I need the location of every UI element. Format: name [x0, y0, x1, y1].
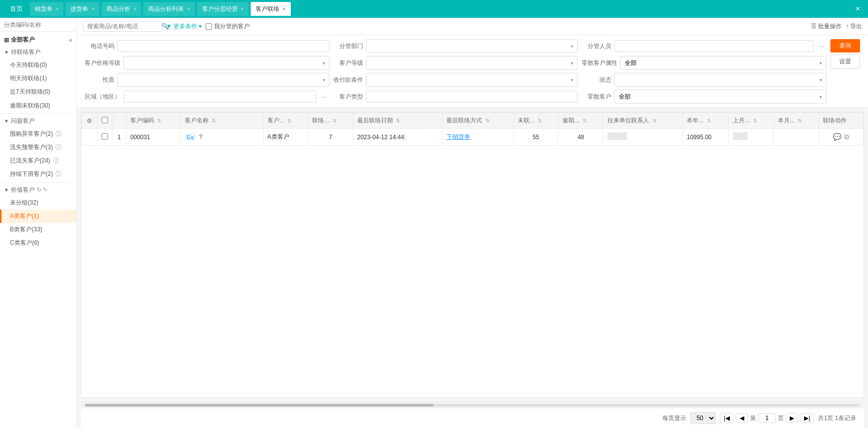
- settings-btn[interactable]: 设置: [830, 54, 860, 69]
- manager-dots[interactable]: ···: [816, 42, 826, 50]
- col-last-month[interactable]: 上月... ⇅: [729, 113, 774, 129]
- retail-attr-select[interactable]: 全部 ▾: [620, 56, 826, 70]
- col-uncontacted[interactable]: 未联... ⇅: [513, 113, 558, 129]
- sidebar-item-overdue[interactable]: 逾期未联络(30): [0, 99, 76, 112]
- filter-my-container: 我分管的客户: [206, 22, 250, 31]
- col-this-year[interactable]: 本年... ⇅: [683, 113, 729, 129]
- sidebar-group-problem[interactable]: ▼ 问题客户: [0, 115, 76, 127]
- cust-grade-select[interactable]: ▾: [366, 56, 578, 70]
- query-btn[interactable]: 查询: [830, 39, 860, 53]
- page-input[interactable]: [758, 413, 776, 423]
- sidebar-item-today[interactable]: 今天待联络(0): [0, 58, 76, 72]
- col-category[interactable]: 客户... ⇅: [263, 113, 308, 129]
- retail-attr-value: 全部: [625, 59, 637, 67]
- nav-tab-customer-contact[interactable]: 客户联络 ×: [251, 2, 290, 16]
- payment-select[interactable]: ▾: [366, 73, 578, 87]
- message-icon-btn[interactable]: 💬: [833, 133, 841, 141]
- h-scrollbar-thumb[interactable]: [85, 404, 434, 407]
- sidebar-group-value[interactable]: ▼ 价值客户 ↻ ✎: [0, 184, 76, 196]
- cust-type-input[interactable]: [366, 91, 578, 103]
- nav-tab-sales-close[interactable]: ×: [55, 6, 58, 12]
- nav-tab-analysis[interactable]: 商品分析 ×: [102, 2, 141, 16]
- nature-select[interactable]: ▾: [117, 73, 329, 87]
- next-page-btn[interactable]: ▶: [786, 413, 798, 423]
- region-input[interactable]: [123, 91, 317, 103]
- nav-tab-customer-contact-close[interactable]: ×: [282, 6, 285, 12]
- sidebar-item-class-a[interactable]: A类客户(1): [0, 210, 76, 223]
- refresh-icon[interactable]: ↻: [37, 186, 42, 193]
- gear-icon[interactable]: ⚙: [87, 117, 92, 124]
- nav-close-all[interactable]: ×: [852, 4, 864, 13]
- col-unit-contact[interactable]: 往来单位联系人 ⇅: [603, 113, 683, 129]
- sidebar-item-hoarding[interactable]: 囤购异常客户(2) ⓘ: [0, 127, 76, 141]
- sidebar-search-input[interactable]: [4, 21, 77, 28]
- first-page-btn[interactable]: |◀: [720, 413, 734, 423]
- sidebar-item-class-c[interactable]: C类客户(6): [0, 236, 76, 250]
- nav-tab-analysis-list-label: 商品分析列表: [148, 5, 184, 13]
- sidebar-group-pending[interactable]: ▼ 待联络客户: [0, 46, 76, 58]
- col-uncontacted-label: 未联...: [518, 117, 535, 124]
- batch-op-btn[interactable]: ☰ 批量操作: [811, 22, 842, 31]
- region-label: 区域（地区）: [85, 93, 120, 101]
- nav-tab-analysis-list[interactable]: 商品分析列表 ×: [143, 2, 195, 16]
- retail-cust-select[interactable]: 全部 ▾: [614, 90, 826, 104]
- problem-arrow-icon: ▼: [4, 118, 9, 124]
- nav-tab-purchase-close[interactable]: ×: [91, 6, 94, 12]
- sidebar-item-tomorrow[interactable]: 明天待联络(1): [0, 72, 76, 85]
- retail-cust-label: 零散客户: [582, 93, 611, 101]
- sidebar-collapse-btn[interactable]: «: [69, 36, 72, 44]
- filter-search-container: 🔍: [83, 21, 162, 32]
- price-grade-select[interactable]: ▾: [123, 56, 329, 70]
- nav-tab-customer-layer[interactable]: 客户分层经营 ×: [197, 2, 249, 16]
- col-contact[interactable]: 联络... ⇅: [308, 113, 353, 129]
- filter-cell-cust-type: 客户类型: [333, 91, 578, 103]
- manager-input[interactable]: [614, 40, 814, 52]
- region-dots[interactable]: ···: [320, 93, 329, 101]
- nav-home[interactable]: 首页: [4, 4, 29, 13]
- last-page-btn[interactable]: ▶|: [800, 413, 814, 423]
- row-checkbox[interactable]: [102, 133, 108, 140]
- col-overdue[interactable]: 逾期... ⇅: [558, 113, 603, 129]
- sidebar-item-class-b[interactable]: B类客户(33): [0, 223, 76, 236]
- select-all-checkbox[interactable]: [102, 117, 108, 123]
- filter-more-btn[interactable]: ▼ 更多条件 ▾: [166, 22, 202, 31]
- nav-tab-analysis-list-close[interactable]: ×: [187, 6, 190, 12]
- sidebar-item-7days[interactable]: 近7天待联络(0): [0, 85, 76, 99]
- status-select[interactable]: ▾: [614, 73, 826, 87]
- col-last-date[interactable]: 最后联络日期 ⇅: [353, 113, 442, 129]
- nav-tab-customer-layer-label: 客户分层经营: [202, 5, 238, 13]
- table-row: 1 000031 Ea ？ A类客户: [82, 129, 864, 146]
- filter-my-label: 我分管的客户: [214, 22, 250, 31]
- nav-tab-analysis-close[interactable]: ×: [133, 6, 136, 12]
- col-last-method[interactable]: 最后联络方式 ⇅: [442, 113, 513, 129]
- retail-attr-arrow: ▾: [819, 60, 822, 66]
- per-page-select[interactable]: 50: [690, 412, 716, 424]
- main-layout: 🔍 ⊞ 全部客户 « ▼ 待联络客户 今天待联络(0) 明天待联络(1) 近7天…: [0, 18, 868, 428]
- export-btn[interactable]: ↑ 导出: [846, 22, 862, 31]
- sidebar-item-lost-label: 已流失客户(24): [10, 157, 50, 164]
- col-overdue-label: 逾期...: [562, 117, 579, 124]
- phone-input[interactable]: [117, 40, 329, 52]
- filter-cell-phone: 电话号码: [85, 40, 329, 52]
- sidebar-item-lost[interactable]: 已流失客户(24) ⓘ: [0, 154, 76, 167]
- sidebar-item-loss-warning[interactable]: 流失预警客户(3) ⓘ: [0, 141, 76, 154]
- col-gear[interactable]: ⚙: [82, 113, 98, 129]
- col-this-month[interactable]: 本月... ⇅: [773, 113, 818, 129]
- col-code[interactable]: 客户编码 ⇅: [126, 113, 181, 129]
- nav-tab-purchase[interactable]: 进货单 ×: [65, 2, 99, 16]
- row-last-method[interactable]: 下销货单: [446, 133, 470, 140]
- filter-search-input[interactable]: [87, 23, 162, 30]
- filter-my-checkbox[interactable]: [206, 23, 212, 30]
- row-gear-cell: [82, 129, 98, 146]
- sidebar-divider-1: [0, 113, 76, 114]
- sidebar-all-customers-label: 全部客户: [11, 36, 35, 44]
- col-name[interactable]: 客户名称 ⇅: [181, 113, 264, 129]
- sidebar-item-declining[interactable]: 持续下滑客户(2) ⓘ: [0, 167, 76, 181]
- prev-page-btn[interactable]: ◀: [736, 413, 748, 423]
- nav-tab-sales[interactable]: 销货单 ×: [30, 2, 63, 16]
- dept-select[interactable]: ▾: [366, 39, 578, 53]
- nav-tab-customer-layer-close[interactable]: ×: [241, 6, 244, 12]
- sidebar-item-unclassified[interactable]: 未分组(32): [0, 196, 76, 210]
- link-icon-btn[interactable]: ⧉: [844, 133, 849, 141]
- edit-icon[interactable]: ✎: [43, 186, 48, 193]
